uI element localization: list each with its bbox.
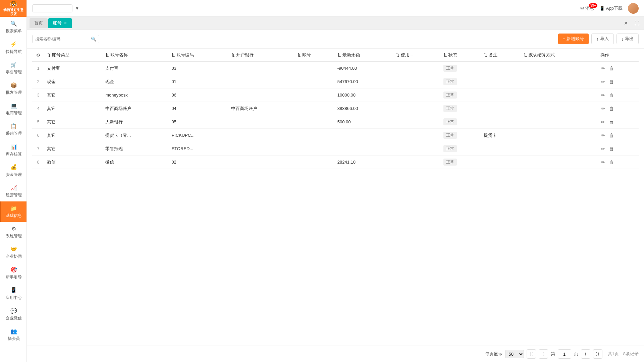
row-usage [393,156,441,169]
col-bank[interactable]: ⇅ 开户银行 [228,49,294,62]
export-button[interactable]: ↓ 导出 [616,34,639,44]
delete-button[interactable]: 🗑 [608,105,614,112]
col-status[interactable]: ⇅ 状态 [441,49,481,62]
row-type: 其它 [44,115,103,129]
tab-home[interactable]: 首页 [30,18,48,28]
row-code: 05 [169,115,228,129]
edit-button[interactable]: ✏ [600,145,606,152]
page-next-button[interactable]: ⟩ [581,349,590,359]
delete-button[interactable]: 🗑 [608,119,614,125]
delete-button[interactable]: 🗑 [608,145,614,152]
page-last-button[interactable]: ⟩⟩ [593,349,602,359]
accounts-table: ⚙ ⇅ 账号类型 ⇅ 账号名称 ⇅ 账号编码 ⇅ 开户银行 ⇅ 账号 ⇅ 最新余… [32,49,639,169]
sidebar-item-operation[interactable]: 📈经营管理 [0,181,26,201]
add-account-button[interactable]: + 新增账号 [558,34,589,44]
sidebar-item-purchase[interactable]: 📋采购管理 [0,119,26,140]
sidebar-item-ecommerce[interactable]: 💻电商管理 [0,99,26,119]
page-size-select[interactable]: 50 10 20 100 [505,350,524,358]
sidebar-item-guide[interactable]: 🎯新手引导 [0,263,26,283]
delete-button[interactable]: 🗑 [608,159,614,166]
search-input[interactable] [35,37,89,41]
col-default-settlement[interactable]: ⇅ 默认结算方式 [521,49,598,62]
col-usage[interactable]: ⇅ 使用... [393,49,441,62]
col-balance[interactable]: ⇅ 最新余额 [335,49,393,62]
row-actions: ✏ 🗑 [598,62,639,75]
col-settings[interactable]: ⚙ [32,49,44,62]
avatar[interactable] [628,3,639,14]
sidebar-item-system[interactable]: ⚙系统管理 [0,222,26,242]
sidebar-item-finance[interactable]: 💰资金管理 [0,160,26,181]
sidebar-item-inventory[interactable]: 📊库存核算 [0,140,26,160]
delete-button[interactable]: 🗑 [608,132,614,139]
edit-button[interactable]: ✏ [600,132,606,139]
row-balance: 383866.00 [335,102,393,115]
search-icon[interactable]: 🔍 [91,37,96,42]
row-name: 支付宝 [103,62,169,75]
chevron-down-icon: ▼ [75,6,79,11]
total-info: 共1页，8条记录 [608,351,639,357]
tab-maximize-button[interactable]: ⛶ [633,20,641,26]
delete-button[interactable]: 🗑 [608,78,614,85]
topbar-dropdown[interactable]: ▼ [75,6,79,11]
edit-button[interactable]: ✏ [600,119,606,125]
table-container: ⚙ ⇅ 账号类型 ⇅ 账号名称 ⇅ 账号编码 ⇅ 开户银行 ⇅ 账号 ⇅ 最新余… [27,49,644,346]
import-button[interactable]: ↑ 导入 [591,34,614,44]
row-type: 支付宝 [44,62,103,75]
row-usage [393,129,441,142]
row-actions: ✏ 🗑 [598,156,639,169]
row-code: 04 [169,102,228,115]
page-prev-button[interactable]: ⟨ [539,349,548,359]
edit-button[interactable]: ✏ [600,159,606,166]
sidebar-item-basic[interactable]: 📁基础信息 [0,201,26,222]
message-button[interactable]: ✉ 消息 99+ [580,5,594,11]
row-account [294,129,335,142]
page-number-input[interactable] [558,349,571,359]
col-account[interactable]: ⇅ 账号 [294,49,335,62]
row-bank [228,142,294,156]
edit-button[interactable]: ✏ [600,78,606,85]
col-name[interactable]: ⇅ 账号名称 [103,49,169,62]
sidebar-item-wechat[interactable]: 💬企业微信 [0,304,26,324]
sidebar-item-enterprise[interactable]: 🤝企业协同 [0,242,26,263]
edit-button[interactable]: ✏ [600,92,606,99]
tab-actions: ✕ ⛶ [622,20,641,26]
col-code[interactable]: ⇅ 账号编码 [169,49,228,62]
app-download-button[interactable]: 📱 App下载 [599,5,623,11]
edit-button[interactable]: ✏ [600,65,606,72]
row-usage [393,75,441,88]
tab-close-icon[interactable]: ✕ [64,21,67,25]
sidebar-item-shortcut[interactable]: ⚡快捷导航 [0,37,26,58]
row-actions: ✏ 🗑 [598,129,639,142]
row-num: 3 [32,88,44,102]
edit-button[interactable]: ✏ [600,105,606,112]
phone-icon: 📱 [599,6,605,11]
sidebar-item-search[interactable]: 🔍搜索菜单 [0,17,26,37]
sidebar-item-label: 经营管理 [6,192,22,198]
page-first-button[interactable]: ⟨⟨ [527,349,536,359]
sidebar-item-retail[interactable]: 🛒零售管理 [0,58,26,78]
table-row: 3 其它 moneybosx 06 10000.00 正常 ✏ 🗑 [32,88,639,102]
row-balance: 547670.00 [335,75,393,88]
row-name: 中百商场账户 [103,102,169,115]
row-default-settlement [521,115,598,129]
search-box[interactable]: 🔍 [32,35,99,43]
delete-button[interactable]: 🗑 [608,65,614,72]
row-num: 7 [32,142,44,156]
delete-button[interactable]: 🗑 [608,92,614,99]
row-type: 其它 [44,102,103,115]
sidebar-item-label: 系统管理 [6,233,22,239]
tab-close-all-button[interactable]: ✕ [622,20,630,26]
row-status: 正常 [441,129,481,142]
main-area: ▼ ✉ 消息 99+ 📱 App下载 首页 账号 ✕ [27,0,644,362]
row-account [294,142,335,156]
sidebar-item-wholesale[interactable]: 📦批发管理 [0,78,26,99]
col-type[interactable]: ⇅ 账号类型 [44,49,103,62]
sidebar-item-appcenter[interactable]: 📱应用中心 [0,283,26,304]
col-note[interactable]: ⇅ 备注 [481,49,521,62]
row-num: 5 [32,115,44,129]
member-icon: 👥 [10,328,17,335]
topbar-search-input[interactable] [32,4,72,12]
row-account [294,156,335,169]
tab-account[interactable]: 账号 ✕ [48,18,72,28]
sidebar-item-member[interactable]: 👥畅会员 [0,324,26,345]
